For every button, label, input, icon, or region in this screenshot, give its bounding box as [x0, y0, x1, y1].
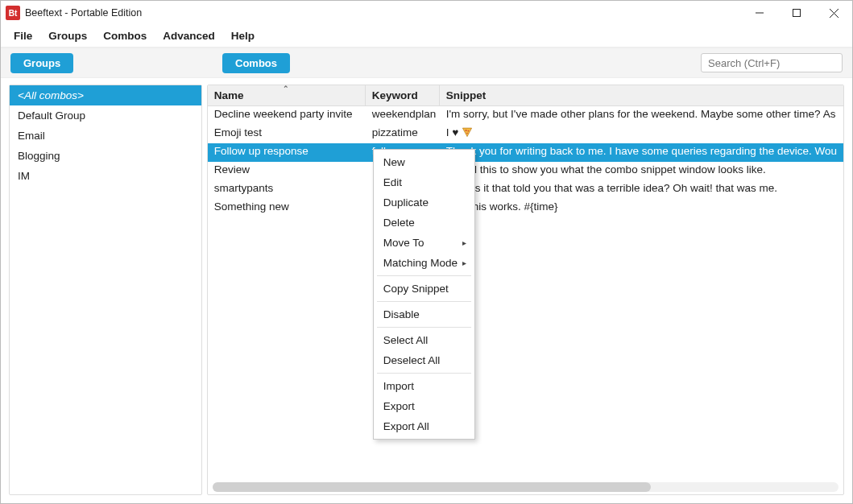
groups-header-button[interactable]: Groups: [10, 53, 73, 73]
context-menu-item[interactable]: Import: [375, 376, 473, 396]
context-menu-item[interactable]: Duplicate: [375, 192, 473, 213]
close-button[interactable]: [815, 1, 852, 25]
context-menu-item[interactable]: Select All: [375, 330, 473, 350]
cell-name: Review: [208, 162, 366, 180]
cell-name: Decline weekend party invite: [208, 106, 366, 125]
context-menu-item[interactable]: Move To▸: [375, 233, 473, 253]
menu-file[interactable]: File: [6, 27, 40, 45]
cell-name: smartypants: [208, 180, 366, 199]
window-title: Beeftext - Portable Edition: [25, 7, 142, 19]
maximize-button[interactable]: [778, 1, 815, 25]
column-header-snippet-label: Snippet: [446, 89, 487, 101]
svg-line-3: [830, 9, 839, 18]
column-header-snippet[interactable]: Snippet: [440, 85, 843, 105]
groups-panel: <All combos>Default GroupEmailBloggingIM: [9, 85, 202, 495]
context-menu-item[interactable]: Matching Mode▸: [375, 253, 473, 273]
window-controls: [741, 1, 852, 25]
context-menu-separator: [377, 373, 471, 374]
table-row[interactable]: Emoji testpizzatimeI ♥: [208, 125, 843, 143]
table-row[interactable]: Something newee if this works. #{time}: [208, 199, 843, 217]
sidebar-item[interactable]: Blogging: [10, 146, 201, 166]
context-menu-item[interactable]: Export: [375, 396, 473, 416]
context-menu-item[interactable]: Export All: [375, 416, 473, 436]
table-row[interactable]: Decline weekend party inviteweekendplanI…: [208, 106, 843, 125]
pizza-icon: [462, 126, 473, 138]
cell-snippet: ho was it that told you that was a terri…: [440, 180, 843, 199]
cell-snippet: reated this to show you what the combo s…: [440, 162, 843, 180]
svg-point-5: [468, 130, 470, 132]
context-menu-item[interactable]: Disable: [375, 304, 473, 324]
groups-list: <All combos>Default GroupEmailBloggingIM: [10, 85, 201, 494]
toolbar: Groups Combos: [1, 48, 852, 78]
cell-snippet: Thank you for writing back to me. I have…: [440, 143, 843, 162]
content-area: <All combos>Default GroupEmailBloggingIM…: [1, 78, 852, 503]
table-row[interactable]: smartypantsho was it that told you that …: [208, 180, 843, 199]
column-header-name[interactable]: ⌃ Name: [208, 85, 366, 105]
column-header-keyword-label: Keyword: [372, 89, 418, 101]
search-input[interactable]: [701, 53, 843, 72]
context-menu-separator: [377, 275, 471, 276]
table-row[interactable]: Follow up responsefollowupThank you for …: [208, 143, 843, 162]
context-menu-item[interactable]: Edit: [375, 172, 473, 192]
chevron-right-icon: ▸: [462, 258, 466, 267]
app-icon: Bt: [6, 6, 20, 20]
svg-point-6: [466, 133, 468, 134]
table-row[interactable]: Reviewreated this to show you what the c…: [208, 162, 843, 180]
sort-indicator-icon: ⌃: [283, 85, 289, 93]
menu-bar: File Groups Combos Advanced Help: [1, 25, 852, 48]
context-menu-item[interactable]: Deselect All: [375, 350, 473, 370]
sidebar-item[interactable]: Default Group: [10, 105, 201, 126]
cell-keyword: weekendplan: [366, 106, 440, 125]
menu-help[interactable]: Help: [223, 27, 263, 45]
search-container: [701, 53, 843, 72]
context-menu-separator: [377, 327, 471, 328]
sidebar-item[interactable]: <All combos>: [10, 85, 201, 105]
table-body: Decline weekend party inviteweekendplanI…: [208, 106, 843, 217]
column-header-name-label: Name: [214, 89, 244, 101]
app-window: Bt Beeftext - Portable Edition File Grou…: [0, 0, 853, 504]
sidebar-item[interactable]: IM: [10, 166, 201, 186]
horizontal-scrollbar-thumb[interactable]: [213, 482, 651, 492]
minimize-button[interactable]: [741, 1, 778, 25]
column-header-keyword[interactable]: Keyword: [366, 85, 440, 105]
cell-keyword: pizzatime: [366, 125, 440, 143]
cell-name: Follow up response: [208, 143, 366, 162]
menu-groups[interactable]: Groups: [40, 27, 95, 45]
cell-name: Emoji test: [208, 125, 366, 143]
context-menu: NewEditDuplicateDeleteMove To▸Matching M…: [373, 149, 475, 440]
context-menu-item[interactable]: Delete: [375, 213, 473, 233]
cell-snippet: ee if this works. #{time}: [440, 199, 843, 217]
combos-table: ⌃ Name Keyword Snippet Decline weekend p…: [207, 85, 844, 495]
svg-point-4: [466, 130, 467, 131]
menu-advanced[interactable]: Advanced: [155, 27, 223, 45]
context-menu-separator: [377, 301, 471, 302]
sidebar-item[interactable]: Email: [10, 126, 201, 146]
combos-panel: ⌃ Name Keyword Snippet Decline weekend p…: [207, 85, 844, 495]
combos-header-button[interactable]: Combos: [222, 53, 290, 73]
chevron-right-icon: ▸: [462, 238, 466, 247]
title-bar: Bt Beeftext - Portable Edition: [1, 1, 852, 25]
table-header: ⌃ Name Keyword Snippet: [208, 85, 843, 106]
svg-line-2: [830, 9, 839, 18]
cell-snippet: I ♥: [440, 125, 843, 143]
horizontal-scrollbar[interactable]: [213, 482, 839, 492]
cell-name: Something new: [208, 199, 366, 217]
cell-snippet: I'm sorry, but I've made other plans for…: [440, 106, 843, 125]
context-menu-item[interactable]: New: [375, 152, 473, 172]
context-menu-item[interactable]: Copy Snippet: [375, 279, 473, 299]
menu-combos[interactable]: Combos: [95, 27, 155, 45]
svg-rect-1: [793, 10, 801, 17]
